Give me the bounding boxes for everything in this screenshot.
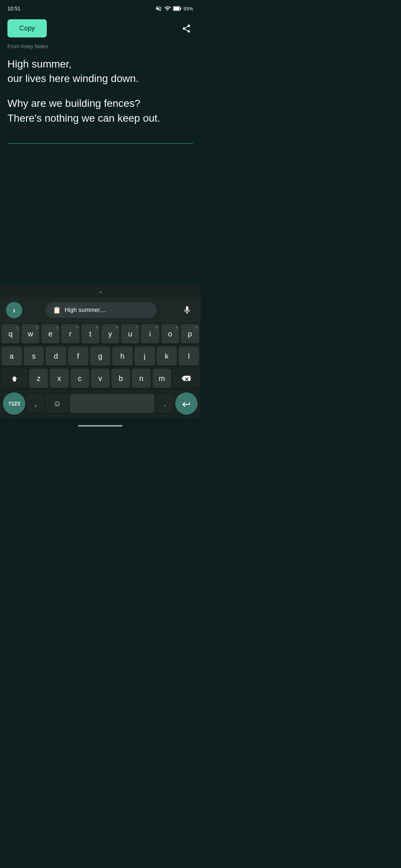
key-j[interactable]: j: [134, 346, 155, 366]
chevron-down-icon: ⌄: [98, 287, 103, 295]
arrow-right-icon: ›: [13, 306, 16, 315]
clipboard-icon: 📋: [53, 306, 61, 314]
key-w[interactable]: 2w: [22, 324, 40, 343]
key-comma[interactable]: ,: [27, 394, 44, 413]
key-k[interactable]: k: [157, 346, 177, 366]
note-text-2: Why are we building fences?There's nothi…: [7, 96, 193, 125]
clipboard-suggestion-text: High summer,...: [65, 307, 106, 313]
num-toggle-label: ?123: [8, 401, 20, 406]
key-c[interactable]: c: [71, 369, 89, 388]
share-button[interactable]: [180, 22, 193, 35]
key-e[interactable]: 3e: [41, 324, 59, 343]
key-backspace[interactable]: [173, 369, 199, 388]
keyboard: 1q 2w 3e 4r 5t 6y 7u 8i 9o 0p a s d f g …: [0, 323, 200, 418]
key-s[interactable]: s: [24, 346, 44, 366]
key-x[interactable]: x: [50, 369, 68, 388]
battery-icon: [173, 6, 181, 11]
key-p[interactable]: 0p: [181, 324, 199, 343]
status-bar: 10:51 93%: [0, 0, 200, 16]
key-v[interactable]: v: [91, 369, 110, 388]
expand-suggestions-button[interactable]: ›: [6, 302, 22, 318]
keyboard-area: ⌄ › 📋 High summer,... 1q 2w 3e 4r 5t 6y …: [0, 285, 200, 434]
svg-rect-1: [180, 7, 181, 10]
key-u[interactable]: 7u: [121, 324, 139, 343]
key-b[interactable]: b: [111, 369, 130, 388]
enter-icon: [182, 400, 191, 408]
keyboard-row-2: a s d f g h j k l: [1, 346, 199, 366]
key-i[interactable]: 8i: [141, 324, 159, 343]
source-label: From Keep Notes: [0, 41, 200, 55]
content-divider: [7, 143, 193, 144]
action-bar: Copy: [0, 16, 200, 41]
svg-rect-2: [173, 7, 179, 10]
key-o[interactable]: 9o: [161, 324, 179, 343]
key-m[interactable]: m: [153, 369, 171, 388]
mic-icon: [182, 305, 192, 315]
key-period[interactable]: .: [156, 394, 173, 413]
key-num-toggle[interactable]: ?123: [3, 392, 25, 415]
key-l[interactable]: l: [179, 346, 199, 366]
battery-percentage: 93%: [183, 6, 193, 11]
note-paragraph-1: High summer,our lives here winding down.: [7, 57, 193, 86]
key-enter[interactable]: [175, 392, 198, 415]
copy-button[interactable]: Copy: [7, 19, 47, 37]
keyboard-row-4: ?123 , ☺ .: [1, 391, 199, 418]
shift-icon: [10, 374, 19, 382]
wifi-icon: [164, 5, 171, 12]
microphone-button[interactable]: [180, 303, 195, 318]
key-y[interactable]: 6y: [101, 324, 120, 343]
backspace-icon: [182, 375, 190, 382]
status-time: 10:51: [7, 6, 20, 11]
key-a[interactable]: a: [1, 346, 22, 366]
key-space[interactable]: [70, 394, 154, 413]
key-z[interactable]: z: [29, 369, 48, 388]
key-t[interactable]: 5t: [81, 324, 100, 343]
key-shift[interactable]: [1, 369, 27, 388]
key-emoji[interactable]: ☺: [46, 394, 68, 413]
nav-bar: [0, 418, 200, 434]
keyboard-row-1: 1q 2w 3e 4r 5t 6y 7u 8i 9o 0p: [1, 324, 199, 343]
status-icons: 93%: [155, 5, 193, 12]
dismiss-bar: ⌄: [0, 285, 200, 297]
key-d[interactable]: d: [46, 346, 66, 366]
note-text-1: High summer,our lives here winding down.: [7, 57, 193, 86]
mute-icon: [155, 5, 162, 12]
keyboard-row-3: z x c v b n m: [1, 369, 199, 388]
key-n[interactable]: n: [132, 369, 150, 388]
key-q[interactable]: 1q: [1, 324, 20, 343]
key-r[interactable]: 4r: [61, 324, 79, 343]
share-icon: [182, 24, 191, 33]
suggestion-bar: › 📋 High summer,...: [0, 297, 200, 323]
clipboard-suggestion-chip[interactable]: 📋 High summer,...: [45, 302, 157, 318]
note-content: High summer,our lives here winding down.…: [0, 55, 200, 143]
key-g[interactable]: g: [90, 346, 111, 366]
key-f[interactable]: f: [68, 346, 88, 366]
key-h[interactable]: h: [112, 346, 133, 366]
note-paragraph-2: Why are we building fences?There's nothi…: [7, 96, 193, 125]
home-indicator: [78, 425, 123, 427]
